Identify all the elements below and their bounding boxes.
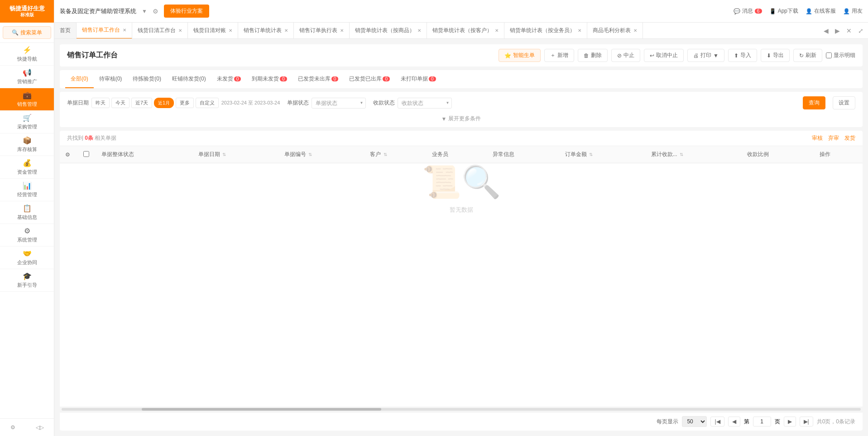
sidebar-item-basic[interactable]: 📋 基础信息 bbox=[0, 201, 54, 224]
data-table: ⚙ 单据整体状态 单据日期 ⇅ bbox=[60, 146, 863, 163]
import-btn[interactable]: ⬆ 导入 bbox=[728, 49, 757, 62]
col-amount[interactable]: 订单金额 ⇅ bbox=[560, 146, 646, 163]
reject-link[interactable]: 弃审 bbox=[828, 134, 839, 142]
show-detail-checkbox[interactable]: 显示明细 bbox=[826, 52, 855, 59]
sub-tab-wangpu[interactable]: 旺铺待发货(0) bbox=[167, 70, 211, 88]
tab-close-icon[interactable]: ✕ bbox=[417, 28, 421, 33]
table-scroll[interactable]: ⚙ 单据整体状态 单据日期 ⇅ bbox=[60, 146, 863, 407]
tab-home[interactable]: 首页 bbox=[54, 23, 77, 39]
tab-close-icon[interactable]: ✕ bbox=[229, 28, 232, 33]
sidebar-item-sales[interactable]: 💼 销售管理 bbox=[0, 88, 54, 111]
tab-close-all[interactable]: ✕ bbox=[844, 25, 854, 36]
sub-tab-shipped-out[interactable]: 已发货已出库 0 bbox=[344, 70, 395, 88]
cancel-stop-btn[interactable]: ↩ 取消中止 bbox=[644, 49, 684, 62]
page-prev-btn[interactable]: ◀ bbox=[728, 417, 740, 427]
page-size-select[interactable]: 50 100 bbox=[682, 416, 707, 427]
tab-sales-stat-product[interactable]: 销货单统计表（按商品） ✕ bbox=[350, 23, 427, 39]
refresh-btn[interactable]: ↻ 刷新 bbox=[793, 49, 822, 62]
sub-tab-not-shipped[interactable]: 未发货 0 bbox=[211, 70, 247, 88]
stop-btn[interactable]: ⊘ 中止 bbox=[611, 49, 640, 62]
tab-scroll-prev[interactable]: ◀ bbox=[821, 25, 831, 36]
payment-select[interactable]: 收款状态 bbox=[398, 98, 452, 109]
sub-tab-pending-inspect[interactable]: 待拣验货(0) bbox=[127, 70, 167, 88]
tab-cash-reconcile[interactable]: 钱货日清对账 ✕ bbox=[188, 23, 238, 39]
smart-order-btn[interactable]: ⭐ 智能生单 bbox=[499, 49, 541, 62]
settings-icon[interactable]: ⚙ bbox=[153, 8, 158, 15]
tab-maximize[interactable]: ⤢ bbox=[855, 25, 866, 36]
tab-close-icon[interactable]: ✕ bbox=[123, 28, 126, 33]
tab-sales-stat-customer[interactable]: 销货单统计表（按客户） ✕ bbox=[427, 23, 504, 39]
sub-tab-shipped-not-out[interactable]: 已发货未出库 0 bbox=[293, 70, 344, 88]
tab-sales-exec[interactable]: 销售订单执行表 ✕ bbox=[294, 23, 350, 39]
tab-close-icon[interactable]: ✕ bbox=[178, 28, 182, 33]
sub-tab-not-printed[interactable]: 未打印单据 0 bbox=[395, 70, 441, 88]
add-btn[interactable]: ＋ 新增 bbox=[544, 49, 574, 62]
tab-gross-profit[interactable]: 商品毛利分析表 ✕ bbox=[587, 23, 643, 39]
date-custom-btn[interactable]: 自定义 bbox=[196, 98, 219, 108]
tab-close-icon[interactable]: ✕ bbox=[340, 28, 344, 33]
date-7days-btn[interactable]: 近7天 bbox=[131, 98, 152, 108]
col-settings[interactable]: ⚙ bbox=[60, 146, 78, 163]
expand-filter-btn[interactable]: ▼ 展开更多条件 bbox=[441, 115, 481, 123]
sub-tab-all[interactable]: 全部(0) bbox=[65, 70, 94, 88]
show-detail-input[interactable] bbox=[826, 52, 832, 58]
sidebar-item-inventory[interactable]: 📦 库存核算 bbox=[0, 133, 54, 156]
date-today-btn[interactable]: 今天 bbox=[111, 98, 129, 108]
search-menu-button[interactable]: 🔍 搜索菜单 bbox=[3, 26, 51, 39]
status-select[interactable]: 单据状态 bbox=[312, 98, 366, 109]
tab-bar: 首页 销售订单工作台 ✕ 钱货日清工作台 ✕ 钱货日清对账 ✕ 销售订单统计表 … bbox=[54, 23, 868, 39]
app-download-btn[interactable]: 📱 App下载 bbox=[769, 7, 798, 15]
tab-nav-buttons: ◀ ▶ ✕ ⤢ bbox=[819, 25, 868, 36]
sub-tab-overdue[interactable]: 到期未发货 0 bbox=[246, 70, 293, 88]
sort-collected-icon: ⇅ bbox=[680, 152, 683, 157]
sidebar-item-purchase[interactable]: 🛒 采购管理 bbox=[0, 111, 54, 133]
online-service-btn[interactable]: 👤 在线客服 bbox=[806, 7, 836, 15]
tab-cash-daily[interactable]: 钱货日清工作台 ✕ bbox=[132, 23, 188, 39]
tab-close-icon[interactable]: ✕ bbox=[578, 28, 581, 33]
tab-scroll-next[interactable]: ▶ bbox=[832, 25, 843, 36]
scrollbar-thumb[interactable] bbox=[142, 408, 382, 411]
date-yesterday-btn[interactable]: 昨天 bbox=[91, 98, 110, 108]
sidebar-item-system[interactable]: ⚙ 系统管理 bbox=[0, 224, 54, 246]
date-1month-btn[interactable]: 近1月 bbox=[154, 98, 174, 108]
sidebar-item-operation[interactable]: 📊 经营管理 bbox=[0, 179, 54, 201]
page-last-btn[interactable]: ▶| bbox=[800, 417, 813, 427]
sidebar-item-finance[interactable]: 💰 资金管理 bbox=[0, 156, 54, 179]
tab-sales-stat[interactable]: 销售订单统计表 ✕ bbox=[238, 23, 294, 39]
date-more-btn[interactable]: 更多 bbox=[176, 98, 194, 108]
settings-bottom-icon[interactable]: ⚙ bbox=[7, 422, 19, 432]
page-next-btn[interactable]: ▶ bbox=[784, 417, 796, 427]
page-number-input[interactable] bbox=[753, 417, 771, 427]
query-btn[interactable]: 查询 bbox=[803, 96, 825, 109]
sidebar-item-cooperation[interactable]: 🤝 企业协同 bbox=[0, 246, 54, 269]
col-collected[interactable]: 累计收款... ⇅ bbox=[646, 146, 742, 163]
sidebar-item-guide[interactable]: 🎓 新手引导 bbox=[0, 269, 54, 292]
system-title-dropdown[interactable]: ▼ bbox=[142, 8, 147, 14]
tab-close-icon[interactable]: ✕ bbox=[633, 28, 637, 33]
approve-link[interactable]: 审核 bbox=[812, 134, 823, 142]
set-filter-btn[interactable]: 设置 bbox=[833, 96, 855, 109]
message-btn[interactable]: 💬 消息 6 bbox=[734, 7, 762, 15]
sidebar-item-marketing[interactable]: 📢 营销推广 bbox=[0, 66, 54, 88]
industry-btn[interactable]: 体验行业方案 bbox=[164, 5, 209, 18]
add-icon: ＋ bbox=[550, 52, 556, 59]
col-customer[interactable]: 客户 ⇅ bbox=[364, 146, 427, 163]
user-btn[interactable]: 👤 用友 bbox=[843, 7, 863, 15]
export-btn[interactable]: ⬇ 导出 bbox=[761, 49, 790, 62]
sub-tab-pending-review[interactable]: 待审核(0) bbox=[94, 70, 128, 88]
col-checkbox[interactable] bbox=[78, 146, 96, 163]
tab-sales-order[interactable]: 销售订单工作台 ✕ bbox=[77, 23, 132, 39]
select-all-checkbox[interactable] bbox=[83, 151, 89, 157]
sidebar-item-quick-nav[interactable]: ⚡ 快捷导航 bbox=[0, 43, 54, 66]
horizontal-scrollbar[interactable] bbox=[60, 407, 863, 412]
tab-close-icon[interactable]: ✕ bbox=[495, 28, 499, 33]
ship-link[interactable]: 发货 bbox=[844, 134, 855, 142]
collapse-sidebar-btn[interactable]: ◁▷ bbox=[32, 422, 48, 432]
page-first-btn[interactable]: |◀ bbox=[710, 417, 724, 427]
col-number[interactable]: 单据编号 ⇅ bbox=[279, 146, 365, 163]
tab-close-icon[interactable]: ✕ bbox=[284, 28, 288, 33]
col-date[interactable]: 单据日期 ⇅ bbox=[193, 146, 279, 163]
delete-btn[interactable]: 🗑 删除 bbox=[578, 49, 608, 62]
print-btn[interactable]: 🖨 打印 ▼ bbox=[687, 49, 724, 62]
tab-sales-stat-staff[interactable]: 销货单统计表（按业务员） ✕ bbox=[504, 23, 587, 39]
